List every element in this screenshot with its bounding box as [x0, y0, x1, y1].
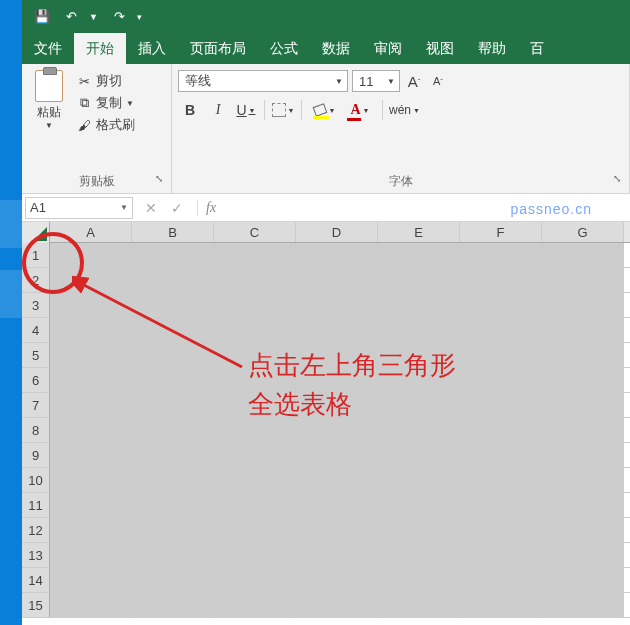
- cell[interactable]: [296, 343, 378, 367]
- border-button[interactable]: ▼: [271, 98, 295, 122]
- cell[interactable]: [460, 468, 542, 492]
- cell[interactable]: [378, 293, 460, 317]
- cell[interactable]: [214, 468, 296, 492]
- chevron-down-icon[interactable]: ▼: [335, 77, 343, 86]
- cell[interactable]: [460, 243, 542, 267]
- cell[interactable]: [132, 443, 214, 467]
- cell[interactable]: [50, 243, 132, 267]
- cell[interactable]: [132, 543, 214, 567]
- cell[interactable]: [460, 318, 542, 342]
- column-header[interactable]: B: [132, 222, 214, 242]
- cell[interactable]: [50, 293, 132, 317]
- cell[interactable]: [214, 393, 296, 417]
- cell[interactable]: [378, 268, 460, 292]
- cell[interactable]: [214, 343, 296, 367]
- cell[interactable]: [214, 318, 296, 342]
- cell[interactable]: [296, 318, 378, 342]
- italic-button[interactable]: I: [206, 98, 230, 122]
- cell[interactable]: [378, 318, 460, 342]
- column-header[interactable]: G: [542, 222, 624, 242]
- cell[interactable]: [378, 418, 460, 442]
- cell[interactable]: [542, 293, 624, 317]
- cell[interactable]: [50, 318, 132, 342]
- cell[interactable]: [132, 368, 214, 392]
- cell[interactable]: [378, 343, 460, 367]
- cell[interactable]: [50, 393, 132, 417]
- cell[interactable]: [296, 593, 378, 617]
- cell[interactable]: [296, 543, 378, 567]
- cell[interactable]: [132, 343, 214, 367]
- row-header[interactable]: 13: [22, 543, 50, 567]
- cell[interactable]: [132, 393, 214, 417]
- qat-customize-icon[interactable]: ▾: [133, 10, 146, 24]
- save-icon[interactable]: 💾: [30, 7, 54, 26]
- cell[interactable]: [214, 543, 296, 567]
- cell[interactable]: [460, 493, 542, 517]
- row-header[interactable]: 4: [22, 318, 50, 342]
- cell[interactable]: [50, 593, 132, 617]
- cell[interactable]: [50, 443, 132, 467]
- name-box[interactable]: A1 ▼: [25, 197, 133, 219]
- cell[interactable]: [132, 493, 214, 517]
- tab-review[interactable]: 审阅: [362, 33, 414, 64]
- cell[interactable]: [378, 243, 460, 267]
- bold-button[interactable]: B: [178, 98, 202, 122]
- chevron-down-icon[interactable]: ▼: [45, 121, 53, 130]
- row-header[interactable]: 3: [22, 293, 50, 317]
- undo-icon[interactable]: ↶: [62, 7, 81, 26]
- tab-data[interactable]: 数据: [310, 33, 362, 64]
- font-color-button[interactable]: A▼: [344, 98, 376, 122]
- cell[interactable]: [50, 368, 132, 392]
- tab-view[interactable]: 视图: [414, 33, 466, 64]
- row-header[interactable]: 1: [22, 243, 50, 267]
- cell[interactable]: [214, 368, 296, 392]
- cut-button[interactable]: ✂ 剪切: [76, 72, 135, 90]
- cell[interactable]: [214, 568, 296, 592]
- cell[interactable]: [460, 418, 542, 442]
- insert-function-button[interactable]: fx: [197, 200, 220, 216]
- cell[interactable]: [296, 443, 378, 467]
- chevron-down-icon[interactable]: ▼: [126, 99, 134, 108]
- select-all-triangle[interactable]: [22, 222, 50, 243]
- cell[interactable]: [378, 518, 460, 542]
- cell[interactable]: [542, 343, 624, 367]
- cancel-formula-button[interactable]: ✕: [141, 200, 161, 216]
- cell[interactable]: [50, 343, 132, 367]
- row-header[interactable]: 12: [22, 518, 50, 542]
- chevron-down-icon[interactable]: ▼: [387, 77, 395, 86]
- cell[interactable]: [296, 568, 378, 592]
- cell[interactable]: [132, 468, 214, 492]
- cell[interactable]: [132, 518, 214, 542]
- cell[interactable]: [50, 418, 132, 442]
- cell[interactable]: [460, 568, 542, 592]
- cell[interactable]: [542, 518, 624, 542]
- column-header[interactable]: F: [460, 222, 542, 242]
- cell[interactable]: [132, 418, 214, 442]
- column-header[interactable]: A: [50, 222, 132, 242]
- cell[interactable]: [378, 543, 460, 567]
- cell[interactable]: [296, 268, 378, 292]
- cell[interactable]: [460, 343, 542, 367]
- cell[interactable]: [214, 518, 296, 542]
- cell[interactable]: [132, 293, 214, 317]
- cell[interactable]: [296, 468, 378, 492]
- copy-button[interactable]: ⧉ 复制 ▼: [76, 94, 135, 112]
- phonetic-button[interactable]: wén▼: [389, 98, 420, 122]
- cell[interactable]: [296, 243, 378, 267]
- cell[interactable]: [214, 293, 296, 317]
- cell[interactable]: [542, 568, 624, 592]
- tab-insert[interactable]: 插入: [126, 33, 178, 64]
- row-header[interactable]: 9: [22, 443, 50, 467]
- row-header[interactable]: 7: [22, 393, 50, 417]
- cell[interactable]: [214, 418, 296, 442]
- cell[interactable]: [132, 268, 214, 292]
- cell[interactable]: [50, 268, 132, 292]
- row-header[interactable]: 11: [22, 493, 50, 517]
- cell[interactable]: [460, 268, 542, 292]
- tab-file[interactable]: 文件: [22, 33, 74, 64]
- confirm-formula-button[interactable]: ✓: [167, 200, 187, 216]
- cell[interactable]: [378, 393, 460, 417]
- cell[interactable]: [378, 368, 460, 392]
- cell[interactable]: [214, 243, 296, 267]
- cell[interactable]: [296, 293, 378, 317]
